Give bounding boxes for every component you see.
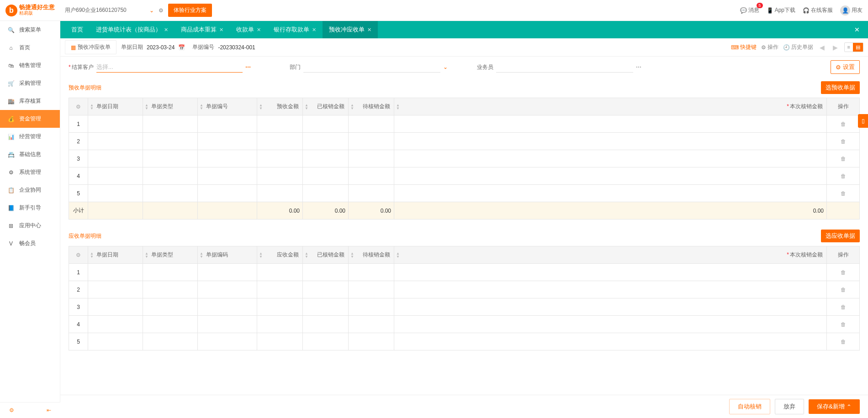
chevron-down-icon[interactable]: ⌄ <box>443 64 448 70</box>
cell[interactable] <box>394 150 827 167</box>
user-menu[interactable]: 👤 用友 <box>840 5 863 16</box>
cell[interactable] <box>257 167 303 185</box>
table-row[interactable]: 2🗑 <box>69 281 860 298</box>
next-doc-button[interactable]: ▶ <box>831 44 840 51</box>
cell[interactable] <box>143 264 198 281</box>
th-this[interactable]: ▲▼*本次核销金额 <box>394 246 827 264</box>
cell[interactable] <box>198 264 257 281</box>
select-receivable-button[interactable]: 选应收单据 <box>821 230 860 242</box>
cell[interactable] <box>257 281 303 298</box>
cell[interactable] <box>394 133 827 150</box>
sidebar-item[interactable]: ⌂首页 <box>0 39 60 57</box>
cell[interactable] <box>394 281 827 298</box>
cell[interactable] <box>349 298 394 316</box>
cell[interactable] <box>349 115 394 133</box>
cell[interactable] <box>349 167 394 185</box>
cell[interactable] <box>257 133 303 150</box>
content-scroll[interactable]: 预收单据明细 选预收单据 ⚙ ▲▼单据日期 ▲▼单据类型 ▲▼单据编号 ▲▼预收… <box>60 78 868 395</box>
cell[interactable] <box>143 133 198 150</box>
cell[interactable] <box>394 264 827 281</box>
cell[interactable] <box>143 115 198 133</box>
th-gear[interactable]: ⚙ <box>69 98 88 115</box>
view-detail-button[interactable]: ▤ <box>853 43 863 52</box>
cell[interactable] <box>198 133 257 150</box>
tab[interactable]: 进货单统计表（按商品）✕ <box>90 21 175 38</box>
close-icon[interactable]: ✕ <box>312 27 316 33</box>
cell[interactable] <box>198 185 257 202</box>
cell[interactable] <box>394 185 827 202</box>
cell[interactable] <box>349 133 394 150</box>
staff-lookup-icon[interactable]: ⋯ <box>636 64 642 70</box>
cell[interactable] <box>394 316 827 333</box>
cell[interactable] <box>349 264 394 281</box>
cell[interactable] <box>198 281 257 298</box>
tab[interactable]: 首页 <box>65 21 90 38</box>
customer-lookup-icon[interactable]: ⋯ <box>245 64 251 70</box>
table-row[interactable]: 4🗑 <box>69 167 860 185</box>
th-ver[interactable]: ▲▼已核销金额 <box>303 246 349 264</box>
operate-link[interactable]: ⚙操作 <box>761 43 778 51</box>
cell[interactable] <box>88 333 143 350</box>
cell[interactable] <box>88 115 143 133</box>
table-row[interactable]: 4🗑 <box>69 316 860 333</box>
trash-icon[interactable]: 🗑 <box>841 121 846 127</box>
trash-icon[interactable]: 🗑 <box>841 287 846 293</box>
trash-icon[interactable]: 🗑 <box>841 321 846 328</box>
th-type[interactable]: ▲▼单据类型 <box>143 98 198 115</box>
sidebar-item[interactable]: 💰资金管理 <box>0 110 60 128</box>
th-type[interactable]: ▲▼单据类型 <box>143 246 198 264</box>
cell[interactable] <box>257 298 303 316</box>
sidebar-item[interactable]: 📋企业协同 <box>0 181 60 199</box>
save-and-new-button[interactable]: 保存&新增 ⌃ <box>809 399 860 414</box>
cell[interactable] <box>143 150 198 167</box>
cell[interactable] <box>198 298 257 316</box>
cell[interactable] <box>303 298 349 316</box>
floating-panel-toggle[interactable]: ▯ <box>858 114 868 128</box>
close-icon[interactable]: ✕ <box>367 27 371 33</box>
cell[interactable] <box>198 316 257 333</box>
th-amt[interactable]: ▲▼预收金额 <box>257 98 303 115</box>
doc-date-value[interactable]: 2023-03-24 <box>147 44 175 51</box>
cell[interactable] <box>349 281 394 298</box>
cell[interactable] <box>143 333 198 350</box>
table-row[interactable]: 1🗑 <box>69 115 860 133</box>
cell[interactable] <box>303 185 349 202</box>
collapse-icon[interactable]: ⇤ <box>47 407 51 413</box>
cell[interactable] <box>349 316 394 333</box>
cell[interactable] <box>349 185 394 202</box>
tab[interactable]: 收款单✕ <box>230 21 267 38</box>
sidebar-item[interactable]: V畅会员 <box>0 235 60 252</box>
tab[interactable]: 商品成本重算✕ <box>175 21 230 38</box>
close-icon[interactable]: ✕ <box>219 27 223 33</box>
sidebar-item[interactable]: ⊞应用中心 <box>0 217 60 235</box>
tab[interactable]: 银行存取款单✕ <box>267 21 323 38</box>
sidebar-item[interactable]: 🛒采购管理 <box>0 74 60 92</box>
messages-link[interactable]: 💬 消息 5 <box>740 6 759 14</box>
cell[interactable] <box>257 115 303 133</box>
calendar-icon[interactable]: 📅 <box>178 44 185 51</box>
th-code[interactable]: ▲▼单据编码 <box>198 246 257 264</box>
cell[interactable] <box>88 298 143 316</box>
tab[interactable]: 预收冲应收单✕ <box>323 21 378 38</box>
cell[interactable] <box>88 167 143 185</box>
cell[interactable] <box>257 185 303 202</box>
cell[interactable] <box>143 167 198 185</box>
cell[interactable] <box>394 298 827 316</box>
table-row[interactable]: 2🗑 <box>69 133 860 150</box>
th-code[interactable]: ▲▼单据编号 <box>198 98 257 115</box>
cell[interactable] <box>88 150 143 167</box>
cell[interactable] <box>143 281 198 298</box>
table-row[interactable]: 3🗑 <box>69 150 860 167</box>
sidebar-item[interactable]: 🛍销售管理 <box>0 57 60 74</box>
dept-input[interactable] <box>303 62 440 73</box>
cell[interactable] <box>143 298 198 316</box>
sidebar-item[interactable]: ⚙系统管理 <box>0 163 60 181</box>
account-settings-icon[interactable]: ⚙ <box>159 7 164 14</box>
customer-input[interactable] <box>96 62 243 73</box>
cell[interactable] <box>143 316 198 333</box>
staff-input[interactable] <box>496 62 633 73</box>
sidebar-item[interactable]: 📇基础信息 <box>0 146 60 163</box>
sidebar-item[interactable]: 🏬库存核算 <box>0 92 60 110</box>
trash-icon[interactable]: 🗑 <box>841 304 846 310</box>
cell[interactable] <box>394 333 827 350</box>
